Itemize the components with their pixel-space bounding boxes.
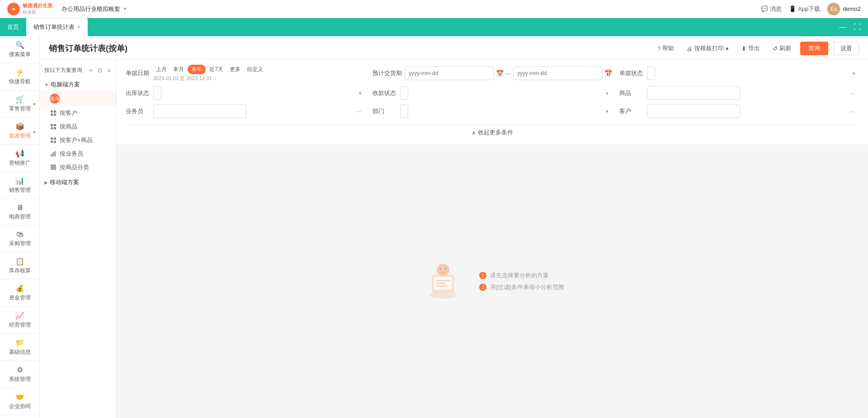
svg-rect-11: [51, 141, 53, 143]
tab-bar: 首页 销售订单统计表 × — ⛶: [0, 18, 868, 36]
expected-date-range: 📅 — 📅: [405, 66, 612, 80]
scheme-item-by-category[interactable]: 按商品分类: [40, 161, 116, 174]
sidebar-item-inventory[interactable]: 📋 库存核算: [0, 252, 39, 280]
date-quick-more[interactable]: 更多: [227, 65, 243, 74]
tab-maximize-icon[interactable]: ⛶: [852, 21, 863, 33]
sidebar-item-system[interactable]: ⚙ 系统管理: [0, 361, 39, 388]
retail-icon: 🛒: [15, 95, 24, 104]
sidebar-item-search[interactable]: 🔍 搜索菜单: [0, 36, 39, 63]
scheme-customer-goods-icon: [50, 137, 57, 144]
salesman-input[interactable]: [153, 104, 246, 118]
customer-input-wrapper: ···: [647, 104, 859, 118]
sidebar-item-sales[interactable]: 📊 销售管理: [0, 172, 39, 199]
help-button[interactable]: ? 帮助: [654, 43, 678, 54]
tab-home[interactable]: 首页: [0, 18, 26, 36]
salesman-more-icon[interactable]: ···: [356, 108, 362, 115]
dept-select-wrapper: [400, 104, 612, 118]
goods-input-wrapper: ···: [647, 86, 859, 100]
page-title-top: 办公用品行业模拟账套: [61, 5, 120, 13]
print-button[interactable]: 🖨 按模板打印 ▾: [683, 43, 732, 54]
expected-date-end[interactable]: [513, 66, 603, 80]
customer-input[interactable]: [647, 104, 740, 118]
refresh-button[interactable]: ↺ 刷新: [769, 43, 795, 54]
date-quick-custom[interactable]: 自定义: [244, 65, 266, 74]
expected-date-start[interactable]: [405, 66, 494, 80]
filter-pay-status: 收款状态: [373, 86, 612, 100]
scheme-pc-group: ▼ 电脑端方案 按单: [40, 78, 116, 174]
sidebar-item-finance[interactable]: 💰 资金管理: [0, 280, 39, 307]
collapse-button[interactable]: ∧ 收起更多条件: [472, 128, 513, 137]
scheme-mobile-arrow-icon: ▶: [44, 180, 48, 185]
svg-rect-8: [54, 127, 56, 129]
sidebar-item-retail[interactable]: 🛒 零售管理 ▼: [0, 90, 39, 118]
calendar-end-icon[interactable]: 📅: [604, 70, 612, 77]
app-download-button[interactable]: 📱 App下载: [789, 5, 820, 13]
pay-status-select[interactable]: [400, 86, 408, 100]
export-button[interactable]: ⬇ 导出: [738, 43, 764, 54]
calendar-start-icon[interactable]: 📅: [496, 70, 504, 77]
dept-select[interactable]: [400, 104, 408, 118]
scheme-item-by-customer-goods[interactable]: 按客户+商品: [40, 133, 116, 147]
inner-layout: 按以下方案查询 + ⊙ « ▼ 电脑端方案 按单: [40, 59, 868, 418]
logo-icon: [7, 3, 20, 15]
svg-rect-18: [51, 166, 56, 168]
retail-arrow-icon: ▼: [32, 101, 37, 106]
search-icon: 🔍: [15, 41, 24, 49]
tab-sales-order-stat[interactable]: 销售订单统计表 ×: [26, 18, 88, 36]
sidebar-item-onboarding[interactable]: 🎯 新手引导: [0, 415, 39, 418]
empty-tip-2: 2 用[过滤]条件来缩小分析范围: [479, 283, 564, 291]
sidebar-item-ecommerce[interactable]: 🖥 电商管理: [0, 199, 39, 226]
svg-rect-3: [51, 114, 53, 116]
message-button[interactable]: 💬 消息: [761, 5, 782, 13]
sidebar-item-basic-info[interactable]: 📁 基础信息: [0, 334, 39, 361]
date-separator: —: [505, 70, 511, 77]
scheme-pc-group-header[interactable]: ▼ 电脑端方案: [40, 78, 116, 91]
date-quick-this-month[interactable]: 本月: [170, 65, 187, 74]
scheme-mobile-group[interactable]: ▶ 移动端方案: [40, 176, 116, 189]
empty-tip-1: 1 请先选择要分析的方案: [479, 271, 564, 280]
export-icon: ⬇: [741, 45, 746, 52]
scheme-edit-icon[interactable]: ⊙: [96, 66, 104, 75]
date-quick-7days[interactable]: 近7天: [207, 65, 226, 74]
filter-delivery-status: 出库状态: [126, 86, 365, 100]
tab-minimize-icon[interactable]: —: [837, 21, 848, 33]
svg-point-23: [437, 264, 449, 276]
delivery-status-select[interactable]: [153, 86, 161, 100]
sidebar-item-marketing[interactable]: 📢 营销推广: [0, 145, 39, 172]
date-quick-last-month[interactable]: 上月: [153, 65, 170, 74]
scheme-item-by-goods[interactable]: 按商品: [40, 120, 116, 133]
svg-rect-16: [55, 151, 56, 157]
scheme-item-by-salesman[interactable]: 按业务员: [40, 147, 116, 161]
svg-rect-17: [51, 165, 56, 166]
customer-more-icon[interactable]: ···: [850, 108, 855, 115]
tab-close-icon[interactable]: ×: [77, 24, 80, 30]
avatar: Ea: [827, 3, 840, 15]
operations-icon: 📈: [15, 311, 24, 320]
user-menu[interactable]: Ea demo2: [827, 3, 861, 15]
scheme-add-icon[interactable]: +: [88, 66, 94, 75]
settings-button[interactable]: 设置: [834, 42, 859, 55]
scheme-collapse-icon[interactable]: «: [106, 66, 112, 75]
scheme-item-by-order[interactable]: 按单: [40, 91, 116, 106]
delivery-status-label: 出库状态: [126, 89, 151, 97]
dropdown-arrow-icon[interactable]: ▾: [124, 6, 127, 12]
date-quick-this-year[interactable]: 本年: [188, 65, 206, 74]
query-button[interactable]: 查询: [800, 42, 828, 55]
doc-status-select-wrapper: [647, 66, 859, 80]
delivery-status-select-wrapper: [153, 86, 365, 100]
sidebar-item-purchase[interactable]: 🛍 采购管理: [0, 226, 39, 252]
scheme-item-by-customer[interactable]: 按客户: [40, 106, 116, 120]
filter-customer: 客户 ···: [619, 104, 859, 118]
doc-status-select[interactable]: [647, 66, 655, 80]
goods-input[interactable]: [647, 86, 740, 100]
svg-rect-7: [51, 127, 53, 129]
sidebar-item-operations[interactable]: 📈 经营管理: [0, 307, 39, 334]
svg-point-24: [439, 268, 441, 270]
sidebar-item-wholesale[interactable]: 📦 批发管理 ▲: [0, 118, 39, 145]
sidebar-item-quick-nav[interactable]: ⚡ 快捷导航: [0, 63, 39, 90]
header-left: 畅捷通好生意 标准版 办公用品行业模拟账套 ▾: [7, 2, 127, 15]
sidebar-item-corp-collab[interactable]: 🤝 企业协同: [0, 388, 39, 415]
pay-status-label: 收款状态: [373, 89, 397, 97]
goods-more-icon[interactable]: ···: [850, 90, 855, 97]
filter-salesman: 业务员 ···: [126, 104, 365, 118]
